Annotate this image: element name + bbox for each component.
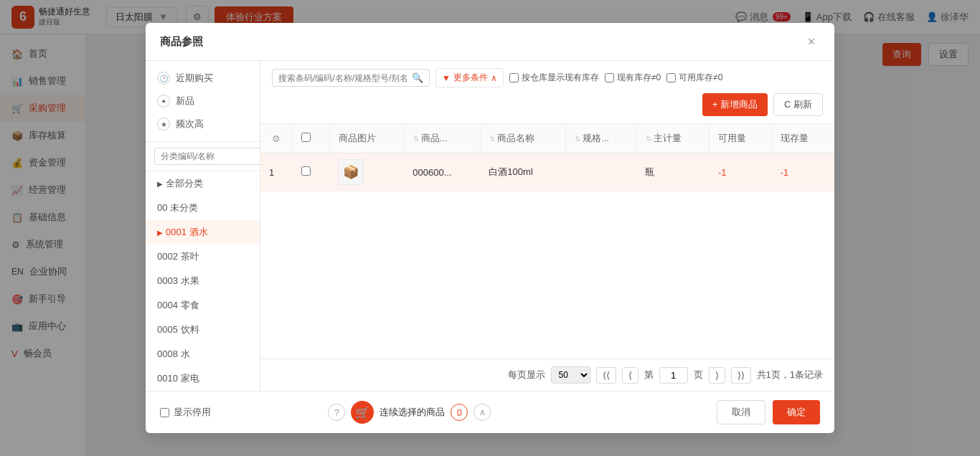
cell-code: 000600... bbox=[404, 153, 480, 191]
cat-arrow-icon: ▶ bbox=[157, 180, 163, 188]
category-item-0005[interactable]: 0005 饮料 bbox=[146, 318, 260, 342]
cancel-btn[interactable]: 取消 bbox=[717, 400, 765, 424]
category-item-0008[interactable]: 0008 水 bbox=[146, 342, 260, 366]
quick-filters: 🕐 近期购买 ✦ 新品 ★ 频次高 bbox=[146, 61, 260, 142]
total-records: 共1页，1条记录 bbox=[757, 369, 823, 381]
page-label: 第 bbox=[644, 369, 654, 381]
modal-toolbar: 🔍 ▼ 更多条件 ∧ 按仓库显示现有库存 现有库存≠0 可用库存≠0 bbox=[260, 61, 834, 124]
filter-icon: ▼ bbox=[442, 73, 451, 83]
product-table-wrap: ⚙ 商品图片 ⇅ 商品... bbox=[260, 124, 834, 358]
col-unit[interactable]: ⇅ 主计量 bbox=[636, 124, 710, 153]
cell-img: 📦 bbox=[329, 153, 404, 191]
warehouse-checkbox[interactable] bbox=[509, 73, 519, 82]
modal-footer: 显示停用 ? 🛒 连续选择的商品 0 ∧ 取消 确定 bbox=[146, 391, 834, 433]
frequent-icon: ★ bbox=[157, 118, 170, 130]
quick-filter-frequent[interactable]: ★ 频次高 bbox=[146, 113, 260, 136]
show-disabled-checkbox[interactable] bbox=[160, 408, 169, 417]
new-icon: ✦ bbox=[157, 95, 170, 108]
product-image: 📦 bbox=[338, 159, 364, 185]
col-checkbox[interactable] bbox=[293, 124, 330, 153]
pagination-bar: 每页显示 50 100 200 ⟨⟨ ⟨ 第 页 ⟩ ⟩⟩ 共1页，1条记录 bbox=[260, 358, 834, 391]
stock-nonzero-checkbox[interactable] bbox=[605, 73, 614, 82]
product-search-input[interactable] bbox=[278, 73, 407, 83]
refresh-btn[interactable]: C 刷新 bbox=[773, 93, 823, 116]
col-img: 商品图片 bbox=[329, 124, 404, 153]
modal: 商品参照 × 🕐 近期购买 ✦ 新品 ★ 频次高 bbox=[146, 23, 834, 433]
cat-arrow-active-icon: ▶ bbox=[157, 229, 163, 237]
cell-stock: -1 bbox=[772, 153, 834, 191]
category-item-0010[interactable]: 0010 家电 bbox=[146, 366, 260, 391]
cell-checkbox[interactable] bbox=[293, 153, 330, 191]
modal-right-panel: 🔍 ▼ 更多条件 ∧ 按仓库显示现有库存 现有库存≠0 可用库存≠0 bbox=[260, 61, 834, 391]
add-product-btn[interactable]: + 新增商品 bbox=[702, 93, 768, 116]
category-list: ▶ 全部分类 00 未分类 ▶ 0001 酒水 0002 茶叶 0003 水果 bbox=[146, 171, 260, 391]
per-page-select[interactable]: 50 100 200 bbox=[551, 366, 590, 384]
checkbox-warehouse[interactable]: 按仓库显示现有库存 bbox=[509, 72, 599, 84]
product-table: ⚙ 商品图片 ⇅ 商品... bbox=[260, 124, 834, 191]
modal-header: 商品参照 × bbox=[146, 23, 834, 61]
cell-available: -1 bbox=[710, 153, 772, 191]
last-page-btn[interactable]: ⟩⟩ bbox=[731, 367, 751, 384]
footer-left: 显示停用 bbox=[160, 406, 211, 419]
footer-right: 取消 确定 bbox=[717, 400, 820, 424]
sort-unit-icon: ⇅ bbox=[646, 135, 651, 143]
recent-icon: 🕐 bbox=[157, 72, 170, 85]
col-code[interactable]: ⇅ 商品... bbox=[404, 124, 480, 153]
col-stock: 现存量 bbox=[772, 124, 834, 153]
row-checkbox[interactable] bbox=[301, 166, 311, 176]
category-item-0002[interactable]: 0002 茶叶 bbox=[146, 244, 260, 269]
checkbox-stock-nonzero[interactable]: 现有库存≠0 bbox=[605, 72, 661, 84]
collapse-cart-btn[interactable]: ∧ bbox=[473, 404, 491, 421]
cart-count-badge: 0 bbox=[451, 404, 468, 421]
col-spec[interactable]: ⇅ 规格... bbox=[566, 124, 637, 153]
sort-name-icon: ⇅ bbox=[489, 135, 495, 143]
cell-unit: 瓶 bbox=[636, 153, 710, 191]
help-btn[interactable]: ? bbox=[328, 404, 345, 421]
first-page-btn[interactable]: ⟨⟨ bbox=[596, 367, 616, 384]
page-suffix: 页 bbox=[694, 369, 703, 381]
show-disabled-checkbox-label[interactable]: 显示停用 bbox=[160, 406, 211, 419]
available-nonzero-checkbox[interactable] bbox=[666, 73, 676, 82]
search-box: 🔍 bbox=[272, 69, 430, 87]
footer-center: ? 🛒 连续选择的商品 0 ∧ bbox=[328, 401, 491, 424]
modal-close-button[interactable]: × bbox=[803, 33, 820, 50]
category-item-0001[interactable]: ▶ 0001 酒水 bbox=[146, 220, 260, 244]
search-icon[interactable]: 🔍 bbox=[412, 72, 423, 83]
per-page-label: 每页显示 bbox=[508, 369, 545, 381]
cell-seq: 1 bbox=[260, 153, 293, 191]
quick-filter-new[interactable]: ✦ 新品 bbox=[146, 90, 260, 113]
checkbox-available-nonzero[interactable]: 可用库存≠0 bbox=[666, 72, 722, 84]
filter-more-btn[interactable]: ▼ 更多条件 ∧ bbox=[435, 68, 504, 87]
col-available: 可用量 bbox=[710, 124, 772, 153]
modal-body: 🕐 近期购买 ✦ 新品 ★ 频次高 🔍 ▶ bbox=[146, 61, 834, 391]
col-settings[interactable]: ⚙ bbox=[260, 124, 293, 153]
cart-text: 连续选择的商品 bbox=[380, 406, 445, 419]
col-name[interactable]: ⇅ 商品名称 bbox=[480, 124, 565, 153]
confirm-btn[interactable]: 确定 bbox=[773, 400, 820, 424]
modal-title: 商品参照 bbox=[160, 35, 203, 49]
next-page-btn[interactable]: ⟩ bbox=[709, 367, 725, 384]
category-item-all[interactable]: ▶ 全部分类 bbox=[146, 171, 260, 196]
cart-area[interactable]: 🛒 连续选择的商品 0 bbox=[351, 401, 468, 424]
cart-icon: 🛒 bbox=[351, 401, 374, 424]
sort-spec-icon: ⇅ bbox=[575, 135, 580, 143]
category-search-bar: 🔍 bbox=[146, 142, 260, 171]
category-item-0004[interactable]: 0004 零食 bbox=[146, 293, 260, 318]
quick-filter-recent[interactable]: 🕐 近期购买 bbox=[146, 67, 260, 90]
sort-up-icon: ⇅ bbox=[413, 135, 419, 143]
prev-page-btn[interactable]: ⟨ bbox=[622, 367, 639, 384]
modal-toolbar-right: + 新增商品 C 刷新 bbox=[702, 93, 823, 116]
table-row[interactable]: 1 📦 000600... 白酒100ml bbox=[260, 153, 834, 191]
cell-name: 白酒100ml bbox=[480, 153, 565, 191]
filter-arrow-icon: ∧ bbox=[491, 73, 497, 83]
cell-spec bbox=[566, 153, 637, 191]
select-all-checkbox[interactable] bbox=[301, 133, 311, 142]
category-item-00[interactable]: 00 未分类 bbox=[146, 196, 260, 220]
category-sidebar: 🕐 近期购买 ✦ 新品 ★ 频次高 🔍 ▶ bbox=[146, 61, 260, 391]
category-search-input[interactable] bbox=[154, 148, 260, 165]
page-input[interactable] bbox=[659, 367, 688, 384]
category-item-0003[interactable]: 0003 水果 bbox=[146, 269, 260, 293]
